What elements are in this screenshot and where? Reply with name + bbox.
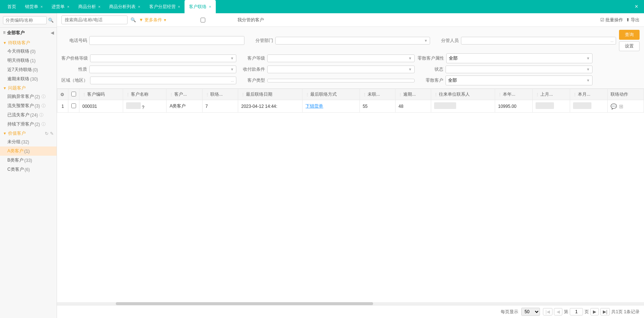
dept-field: 分管部门 ▼ [247, 37, 430, 45]
nav-product-analysis-list-close[interactable]: × [138, 4, 140, 9]
nav-product-analysis-list[interactable]: 商品分析列表 × [105, 0, 144, 13]
nav-sales[interactable]: 销货单 × [21, 0, 47, 13]
nav-customer-segment-close[interactable]: × [178, 4, 180, 9]
data-table: ⚙ ⋮客户编码 ⋮客户名称 ⋮客户... ⋮联络... ⋮最后联络日期 ⋮最后联… [57, 89, 644, 113]
gear-icon[interactable]: ⚙ [60, 92, 64, 97]
export-label: 导出 [631, 17, 640, 23]
retail-customer-label: 零散客户 [418, 77, 443, 84]
nav-customer-contact[interactable]: 客户联络 × [185, 0, 215, 13]
td-checkbox[interactable] [68, 100, 79, 113]
customer-grade-select[interactable]: ▼ [267, 54, 414, 62]
last-month-color [536, 102, 554, 109]
nav-home[interactable]: 首页 [3, 0, 21, 13]
search-input[interactable] [61, 15, 128, 24]
nav-purchase[interactable]: 进货单 × [47, 0, 74, 13]
nav-sales-label: 销货单 [25, 4, 38, 10]
scrollbar-thumb[interactable] [116, 302, 373, 305]
payment-select[interactable]: ▼ [267, 66, 414, 73]
info-icon-3: ⓘ [39, 112, 43, 118]
person-field: 分管人员 ... [433, 37, 616, 45]
settings-button[interactable]: 设置 [619, 41, 640, 51]
page-input[interactable] [570, 308, 583, 315]
nav-customer-segment[interactable]: 客户分层经营 × [145, 0, 185, 13]
edit-icon[interactable]: ✎ [50, 131, 54, 136]
window-close-icon[interactable]: × [632, 3, 641, 10]
total-info: 共1页 1条记录 [611, 309, 640, 315]
customer-grade-label: 客户等级 [239, 55, 265, 61]
my-customers-checkbox[interactable]: 我分管的客户 [170, 17, 264, 23]
customer-type-select[interactable] [267, 79, 414, 82]
region-arrow: ... [231, 78, 234, 82]
th-gear[interactable]: ⚙ [57, 89, 68, 100]
page-unit: 页 [584, 309, 589, 315]
region-select[interactable]: ... [90, 77, 236, 84]
dept-select[interactable]: ▼ [275, 37, 430, 45]
sidebar-search-input[interactable] [3, 16, 47, 24]
search-icon[interactable]: 🔍 [130, 17, 136, 22]
sidebar-item-today[interactable]: 今天待联络(0) [0, 47, 57, 56]
export-btn[interactable]: ⬆ 导出 [626, 17, 640, 23]
last-contact-link[interactable]: 下销货单 [305, 103, 323, 109]
retail-attr-select[interactable]: 全部 ▼ [446, 53, 593, 63]
sidebar-item-abnormal[interactable]: 回购异常客户(2) ⓘ [0, 92, 57, 101]
chat-icon[interactable]: 💬 [611, 103, 617, 109]
td-last-contact-method[interactable]: 下销货单 [303, 100, 359, 113]
sidebar-item-7days[interactable]: 近7天待联络(0) [0, 65, 57, 74]
sidebar-problem-customers-group[interactable]: ▼ 问题客户 [0, 84, 57, 92]
content-area: 🔍 ▼ 更多条件 ▼ 我分管的客户 ☑ 批量操作 ⬆ 导出 [57, 13, 644, 318]
nature-arrow: ▼ [230, 67, 234, 71]
prev-page-btn[interactable]: ◀ [554, 308, 562, 315]
sidebar-pending-contact-group[interactable]: ▼ 待联络客户 [0, 38, 57, 47]
value-customers-actions: ↻ ✎ [45, 131, 54, 136]
sidebar-all-customers[interactable]: ⠿ 全部客户 ◀ [0, 28, 57, 38]
sidebar-item-churned[interactable]: 已流失客户(24) ⓘ [0, 110, 57, 120]
collapse-icon[interactable]: ◀ [51, 31, 54, 35]
query-button[interactable]: 查询 [619, 30, 640, 40]
nav-customer-contact-close[interactable]: × [209, 4, 211, 9]
main-layout: 🔍 ⠿ 全部客户 ◀ ▼ 待联络客户 今天待联络(0) 明天待联络(1) 近7天… [0, 13, 644, 318]
select-all-checkbox[interactable] [71, 92, 76, 96]
person-select[interactable]: ... [461, 37, 616, 45]
sidebar-item-b-class[interactable]: B类客户(33) [0, 156, 57, 165]
sidebar-item-c-class[interactable]: C类客户(6) [0, 165, 57, 174]
th-company-contact: ⋮往来单位联系人 [431, 89, 495, 100]
nature-select[interactable]: ▼ [89, 66, 236, 73]
sidebar-item-ungrouped[interactable]: 未分组(32) [0, 137, 57, 146]
th-checkbox[interactable] [68, 89, 79, 100]
row-checkbox[interactable] [71, 103, 76, 108]
my-customers-check[interactable] [170, 18, 236, 22]
more-conditions-btn[interactable]: ▼ 更多条件 ▼ [139, 17, 167, 23]
per-page-select[interactable]: 50 100 200 [521, 308, 540, 316]
next-page-btn[interactable]: ▶ [590, 308, 599, 315]
batch-op-btn[interactable]: ☑ 批量操作 [600, 17, 623, 23]
nature-label: 性质 [61, 66, 87, 73]
nav-purchase-label: 进货单 [51, 4, 65, 10]
company-contact-color [434, 102, 456, 109]
price-grade-select[interactable]: ▼ [90, 54, 236, 62]
first-page-btn[interactable]: |◀ [543, 308, 552, 315]
nav-purchase-close[interactable]: × [67, 4, 69, 9]
nav-product-analysis[interactable]: 商品分析 × [74, 0, 105, 13]
my-customers-label: 我分管的客户 [237, 17, 264, 23]
retail-customer-select[interactable]: 全部 ▼ [446, 75, 593, 85]
grid-action-icon[interactable]: ⊞ [619, 103, 623, 109]
sidebar-item-tomorrow[interactable]: 明天待联络(1) [0, 56, 57, 65]
sidebar-value-customers-group[interactable]: ▼ 价值客户 ↻ ✎ [0, 129, 57, 137]
last-page-btn[interactable]: ▶| [600, 308, 610, 315]
refresh-icon[interactable]: ↻ [45, 131, 49, 136]
nav-product-analysis-list-label: 商品分析列表 [109, 4, 136, 10]
th-this-month: ⋮本月... [570, 89, 608, 100]
sidebar-item-churn-warn[interactable]: 流失预警客户(3) ⓘ [0, 101, 57, 110]
status-select[interactable]: ▼ [446, 66, 593, 73]
per-page-label: 每页显示 [501, 309, 518, 315]
horizontal-scrollbar[interactable] [57, 302, 644, 305]
sidebar-item-overdue[interactable]: 逾期未联络(30) [0, 74, 57, 84]
phone-input[interactable] [89, 36, 244, 45]
export-icon: ⬆ [626, 17, 630, 22]
nav-sales-close[interactable]: × [40, 4, 43, 9]
nature-field: 性质 ▼ [61, 66, 236, 73]
sidebar-item-declining[interactable]: 持续下滑客户(2) ⓘ [0, 120, 57, 129]
nav-product-analysis-close[interactable]: × [98, 4, 100, 9]
sidebar-item-a-class[interactable]: A类客户(1) [0, 146, 57, 156]
sidebar-search-icon[interactable]: 🔍 [48, 18, 54, 23]
